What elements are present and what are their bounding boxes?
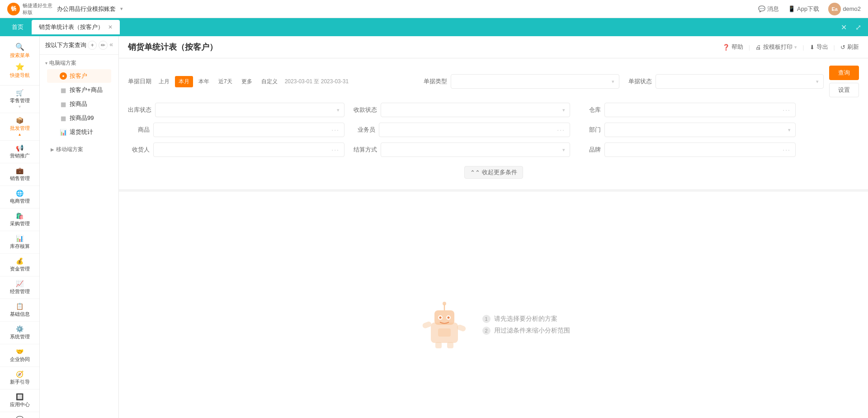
refresh-action[interactable]: ↺ 刷新 xyxy=(840,43,859,51)
department-select[interactable]: ▾ xyxy=(604,123,796,137)
tab-home[interactable]: 首页 xyxy=(5,20,31,34)
scheme-pc-category-header[interactable]: ▾ 电脑端方案 xyxy=(45,57,113,69)
goods-input[interactable]: ··· xyxy=(153,123,344,137)
scheme-item-customer-goods[interactable]: ▦ 按客户+商品 xyxy=(47,83,111,97)
mobile-category-arrow-icon: ▶ xyxy=(51,147,54,152)
filter-area: 单据日期 上月 本月 本年 近7天 更多 自定义 xyxy=(119,58,868,190)
sidebar-item-wholesale[interactable]: 📦 批发管理 ▴ xyxy=(0,113,39,141)
receive-status-label: 收款状态 xyxy=(354,106,381,114)
scheme-item-by-customer[interactable]: ● 按客户 xyxy=(47,69,111,83)
tab-close-window-btn[interactable]: ✕ xyxy=(838,22,849,33)
sidebar-item-wechat[interactable]: 💬 企业微信 xyxy=(0,412,39,418)
sidebar-item-sales[interactable]: 💼 销售管理 xyxy=(0,163,39,186)
content-area: 按以下方案查询 + ✏ « ▾ 电脑端方案 ● 按客户 xyxy=(40,36,868,418)
help-label: 帮助 xyxy=(731,43,743,51)
scheme-item-goods99[interactable]: ▦ 按商品99 xyxy=(47,111,111,125)
order-status-select[interactable]: ▾ xyxy=(656,74,824,89)
filter-item-goods: 商品 ··· xyxy=(128,123,344,137)
sidebar-item-operations[interactable]: 📈 经营管理 xyxy=(0,276,39,299)
date-btn-custom[interactable]: 自定义 xyxy=(258,76,281,87)
goods-dots-icon: ··· xyxy=(331,126,340,133)
refresh-icon: ↺ xyxy=(840,44,845,51)
filter-row-4: 收货人 ··· 结算方式 xyxy=(128,142,859,157)
sidebar-item-apps[interactable]: 🔲 应用中心 xyxy=(0,390,39,412)
pc-category-label: 电脑端方案 xyxy=(49,59,76,67)
out-status-select[interactable]: ▾ xyxy=(155,103,344,117)
order-status-arrow-icon: ▾ xyxy=(816,79,819,85)
salesman-input[interactable]: ··· xyxy=(379,123,570,137)
print-action[interactable]: 🖨 按模板打印 ▾ xyxy=(755,43,797,51)
order-type-select[interactable]: ▾ xyxy=(451,74,619,89)
empty-num-1: 1 xyxy=(482,315,491,323)
sidebar-item-system[interactable]: ⚙️ 系统管理 xyxy=(0,322,39,344)
date-btn-this-year[interactable]: 本年 xyxy=(195,76,213,87)
settings-btn[interactable]: 设置 xyxy=(829,83,859,97)
goods-control: ··· xyxy=(153,123,344,137)
mobile-category-label: 移动端方案 xyxy=(56,146,83,153)
svg-point-7 xyxy=(443,302,446,305)
scheme-item-returns[interactable]: 📊 退货统计 xyxy=(47,125,111,139)
settlement-control: ▾ xyxy=(381,142,570,157)
scheme-item-goods[interactable]: ▦ 按商品 xyxy=(47,97,111,111)
svg-point-4 xyxy=(439,316,441,318)
help-icon: ❓ xyxy=(722,44,730,51)
settlement-select[interactable]: ▾ xyxy=(381,142,570,157)
print-expand-icon: ▾ xyxy=(794,44,797,50)
sidebar-item-ecommerce[interactable]: 🌐 电商管理 xyxy=(0,186,39,209)
collapse-btn[interactable]: ⌃⌃ 收起更多条件 xyxy=(464,166,523,179)
collapse-label: 收起更多条件 xyxy=(482,168,517,176)
sidebar-shortcut-label: 快捷导航 xyxy=(4,72,36,79)
date-quick-btns: 上月 本月 本年 近7天 更多 自定义 xyxy=(155,76,281,87)
industry-title: 办公用品行业模拟账套 xyxy=(57,5,116,13)
scheme-item-bar-icon: 📊 xyxy=(60,128,67,136)
scheme-add-btn[interactable]: + xyxy=(88,41,97,50)
tab-actions: ✕ ⤢ xyxy=(838,22,863,33)
sidebar-item-search[interactable]: 🔍 搜索菜单 xyxy=(4,41,36,61)
brand-input[interactable]: ··· xyxy=(604,142,796,157)
date-btn-last7[interactable]: 近7天 xyxy=(215,76,236,87)
empty-illustration xyxy=(417,298,472,352)
message-action[interactable]: 💬 消息 xyxy=(758,5,779,13)
action-buttons: 查询 设置 xyxy=(829,66,859,97)
sidebar-item-purchase[interactable]: 🛍️ 采购管理 xyxy=(0,209,39,231)
tab-restore-btn[interactable]: ⤢ xyxy=(853,22,863,33)
scheme-item-grid-icon3: ▦ xyxy=(60,114,67,122)
scheme-collapse-btn[interactable]: « xyxy=(109,41,113,50)
app-download-action[interactable]: 📱 App下载 xyxy=(788,5,819,13)
scheme-mobile-header[interactable]: ▶ 移动端方案 xyxy=(51,144,113,155)
sidebar-item-basic[interactable]: 📋 基础信息 xyxy=(0,299,39,322)
sidebar-item-collab[interactable]: 🤝 企业协同 xyxy=(0,344,39,367)
sidebar-item-inventory[interactable]: 📊 库存核算 xyxy=(0,231,39,254)
logo-area: 畅 畅捷通好生意标版 xyxy=(7,2,52,15)
sidebar-item-retail[interactable]: 🛒 零售管理 ▾ xyxy=(0,86,39,113)
empty-hint-text-1: 请先选择要分析的方案 xyxy=(494,315,557,323)
sidebar-item-finance[interactable]: 💰 资金管理 xyxy=(0,254,39,276)
tab-close-icon[interactable]: ✕ xyxy=(108,24,113,30)
query-btn[interactable]: 查询 xyxy=(829,66,859,80)
warehouse-input[interactable]: ··· xyxy=(604,103,796,117)
user-area[interactable]: Ea demo2 xyxy=(828,3,861,15)
export-action[interactable]: ⬇ 导出 xyxy=(810,43,828,51)
sidebar-item-guide[interactable]: 🧭 新手引导 xyxy=(0,367,39,390)
page-header: 销货单统计表（按客户） ❓ 帮助 | 🖨 按模板打印 ▾ | ⬇ xyxy=(119,36,868,58)
svg-rect-12 xyxy=(438,328,451,337)
app-download-icon: 📱 xyxy=(788,5,795,12)
order-status-control: ▾ xyxy=(656,74,824,89)
date-btn-last-month[interactable]: 上月 xyxy=(155,76,173,87)
date-btn-this-month[interactable]: 本月 xyxy=(175,76,193,87)
collapse-up-icon: ⌃⌃ xyxy=(470,169,480,176)
receive-status-control: ▾ xyxy=(381,103,570,117)
receive-status-select[interactable]: ▾ xyxy=(381,103,570,117)
warehouse-label: 仓库 xyxy=(579,106,604,114)
industry-dropdown-icon[interactable]: ▾ xyxy=(120,6,123,12)
tab-active[interactable]: 销货单统计表（按客户） ✕ xyxy=(32,20,120,34)
filter-item-order-type: 单据类型 ▾ xyxy=(424,74,619,89)
scheme-pc-category: ▾ 电脑端方案 ● 按客户 ▦ 按客户+商品 ▦ 按商品 xyxy=(40,55,118,142)
scheme-edit-btn[interactable]: ✏ xyxy=(99,41,108,50)
receiver-input[interactable]: ··· xyxy=(153,142,344,157)
filter-row-3: 商品 ··· 业务员 xyxy=(128,123,859,137)
help-action[interactable]: ❓ 帮助 xyxy=(722,43,743,51)
sidebar-item-marketing[interactable]: 📢 营销推广 xyxy=(0,141,39,163)
date-btn-more[interactable]: 更多 xyxy=(238,76,256,87)
sidebar-item-shortcut[interactable]: ⭐ 快捷导航 xyxy=(4,61,36,81)
